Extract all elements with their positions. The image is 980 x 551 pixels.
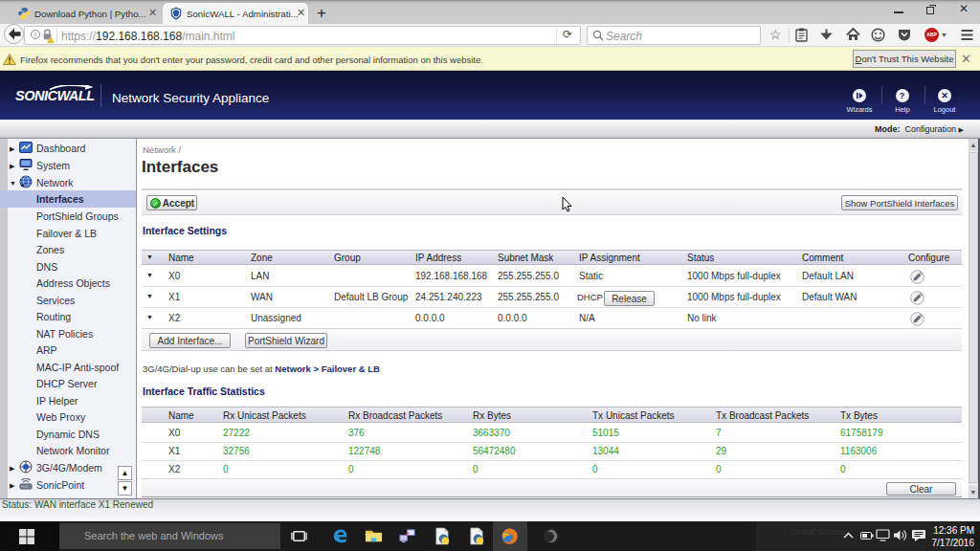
- svg-text:SONICWALL: SONICWALL: [15, 88, 95, 103]
